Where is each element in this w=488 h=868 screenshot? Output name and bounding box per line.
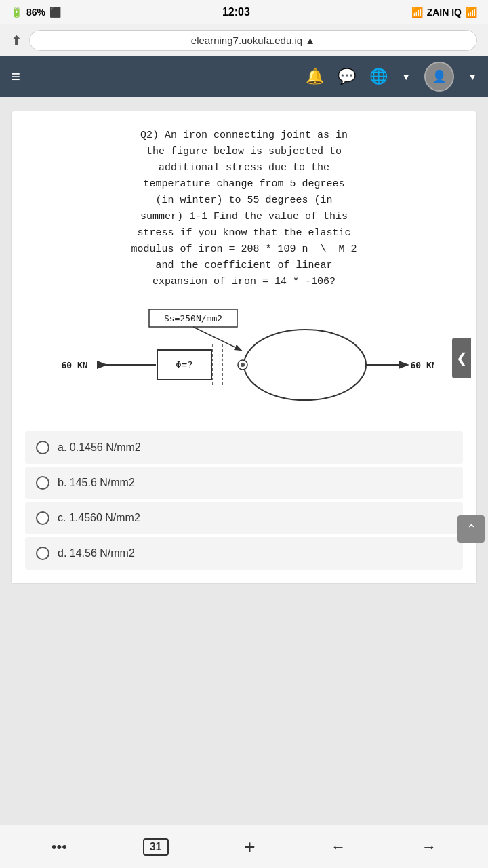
option-a[interactable]: a. 0.1456 N/mm2	[25, 431, 463, 464]
status-time: 12:03	[222, 6, 250, 18]
hamburger-menu[interactable]: ≡	[11, 67, 20, 86]
nav-dropdown-arrow[interactable]: ▼	[401, 71, 411, 82]
option-a-text: a. 0.1456 N/mm2	[58, 441, 141, 454]
question-line-6: summer) 1-1 Find the value of this	[140, 211, 348, 222]
battery-icon: 🔋	[11, 7, 22, 18]
add-tab-button[interactable]: +	[244, 836, 255, 858]
radio-c[interactable]	[36, 511, 49, 525]
main-content: Q2) An iron connecting joint as in the f…	[0, 97, 488, 597]
radio-d[interactable]	[36, 547, 49, 560]
question-line-9: and the coefficient of linear	[155, 260, 332, 271]
status-right: 📶 ZAIN IQ 📶	[411, 7, 477, 18]
avatar-dropdown-arrow[interactable]: ▼	[468, 71, 477, 82]
radio-a[interactable]	[36, 441, 49, 454]
diagram-container: Ss=250N/mm2 60 KN Φ=? 60	[25, 304, 463, 412]
chat-icon[interactable]: 💬	[338, 68, 356, 85]
option-c-text: c. 1.4560 N/mm2	[58, 512, 140, 524]
tab-count-button[interactable]: 31	[143, 838, 169, 856]
svg-text:60 KN: 60 KN	[410, 360, 434, 370]
svg-text:60 KN: 60 KN	[61, 360, 87, 370]
diagram-svg: Ss=250N/mm2 60 KN Φ=? 60	[54, 304, 434, 412]
question-text: Q2) An iron connecting joint as in the f…	[25, 127, 463, 290]
question-line-7: stress if you know that the elastic	[137, 227, 350, 239]
status-bar: 🔋 86% ⬛ 12:03 📶 ZAIN IQ 📶	[0, 0, 488, 24]
user-avatar[interactable]: 👤	[424, 62, 454, 92]
svg-text:Φ=?: Φ=?	[176, 359, 192, 370]
back-chevron-button[interactable]: ❮	[452, 338, 471, 378]
url-display[interactable]: elearning7.uokufa.edu.iq ▲	[29, 30, 477, 51]
question-card: Q2) An iron connecting joint as in the f…	[11, 111, 477, 584]
option-c[interactable]: c. 1.4560 N/mm2	[25, 502, 463, 534]
nav-bar: ≡ 🔔 💬 🌐 ▼ 👤 ▼	[0, 56, 488, 97]
svg-point-9	[244, 330, 366, 400]
option-b[interactable]: b. 145.6 N/mm2	[25, 467, 463, 499]
battery-level: 86%	[26, 7, 45, 18]
question-line-5: (in winter) to 55 degrees (in	[155, 195, 332, 206]
question-line-3: additional stress due to the	[159, 162, 329, 174]
bell-icon[interactable]: 🔔	[306, 68, 324, 85]
network-name: ZAIN IQ	[427, 7, 462, 18]
option-d[interactable]: d. 14.56 N/mm2	[25, 537, 463, 570]
status-left: 🔋 86% ⬛	[11, 7, 61, 18]
url-bar: ⬆ elearning7.uokufa.edu.iq ▲	[0, 24, 488, 56]
options-container: a. 0.1456 N/mm2 b. 145.6 N/mm2 c. 1.4560…	[25, 431, 463, 570]
more-options-button[interactable]: •••	[52, 838, 67, 856]
signal-icon: 📶	[466, 7, 477, 18]
question-line-8: modulus of iron = 208 * 109 n \ M 2	[131, 243, 357, 255]
svg-text:Ss=250N/mm2: Ss=250N/mm2	[164, 313, 222, 323]
svg-line-2	[193, 327, 241, 350]
question-line-2: the figure below is subjected to	[146, 146, 342, 157]
radio-b[interactable]	[36, 476, 49, 490]
option-d-text: d. 14.56 N/mm2	[58, 547, 135, 559]
camera-icon: ⬛	[49, 7, 61, 18]
question-line-10: expansion of iron = 14 * -106?	[152, 276, 336, 288]
forward-button[interactable]: →	[422, 838, 436, 856]
question-line-4: temperature change from 5 degrees	[143, 178, 344, 190]
scroll-top-button[interactable]: ⌃	[458, 515, 485, 542]
question-line-1: Q2) An iron connecting joint as in	[140, 130, 348, 141]
wifi-icon: 📶	[411, 7, 423, 18]
share-button[interactable]: ⬆	[11, 33, 22, 49]
back-button[interactable]: ←	[331, 838, 346, 856]
option-b-text: b. 145.6 N/mm2	[58, 477, 135, 489]
bottom-bar: ••• 31 + ← →	[0, 825, 488, 868]
globe-icon[interactable]: 🌐	[369, 68, 388, 85]
svg-point-13	[241, 363, 245, 367]
